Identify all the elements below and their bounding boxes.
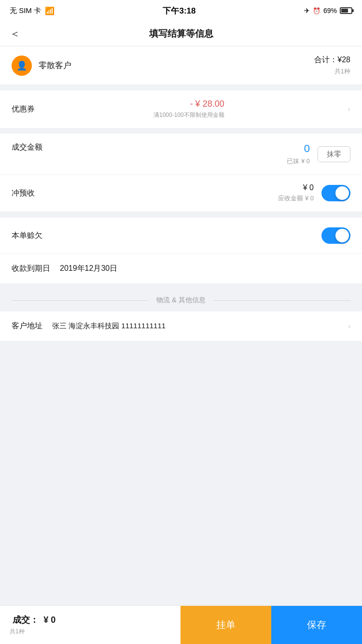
- debt-row: 本单赊欠: [0, 218, 362, 253]
- debt-label: 本单赊欠: [12, 231, 42, 241]
- bottom-info: 成交： ¥ 0 共1种: [0, 606, 181, 644]
- no-sim-text: 无 SIM 卡: [10, 6, 41, 15]
- customer-right: 合计：¥28 共1种: [314, 55, 350, 76]
- coupon-section: 优惠券 - ¥ 28.00 满1000-100不限制使用金额 ›: [0, 90, 362, 128]
- customer-total: 合计：¥28: [314, 55, 350, 65]
- debt-section: 本单赊欠 收款到期日 2019年12月30日: [0, 218, 362, 283]
- page-title: 填写结算等信息: [149, 28, 213, 40]
- customer-avatar: 👤: [12, 56, 32, 76]
- coupon-label: 优惠券: [12, 104, 35, 114]
- wifi-icon: 📶: [45, 6, 55, 15]
- battery-percent: 69%: [323, 7, 337, 14]
- due-date-value: 2019年12月30日: [60, 264, 117, 274]
- address-section: 客户地址 张三 海淀永丰科技园 11111111111 ›: [0, 311, 362, 341]
- bottom-deal-text: 成交：: [13, 615, 39, 625]
- deal-amount-col: 0 已抹 ¥ 0: [287, 142, 310, 166]
- bottom-count: 共1种: [10, 628, 171, 636]
- back-button[interactable]: ＜: [10, 27, 20, 41]
- debt-toggle[interactable]: [321, 227, 350, 244]
- logistics-header: 物流 & 其他信息: [0, 289, 362, 311]
- hang-button[interactable]: 挂单: [181, 606, 271, 644]
- coupon-right: - ¥ 28.00 满1000-100不限制使用金额: [153, 99, 224, 119]
- deal-amount-sub: 已抹 ¥ 0: [287, 157, 310, 166]
- prepay-label: 冲预收: [12, 188, 35, 198]
- address-value: 张三 海淀永丰科技园 11111111111: [52, 322, 343, 331]
- location-icon: ✈: [304, 7, 310, 14]
- status-left: 无 SIM 卡 📶: [10, 6, 55, 15]
- customer-left: 👤 零散客户: [12, 56, 71, 76]
- customer-name: 零散客户: [39, 60, 71, 71]
- bottom-deal-label: 成交： ¥ 0: [10, 614, 171, 626]
- save-button[interactable]: 保存: [271, 606, 362, 644]
- bottom-bar: 成交： ¥ 0 共1种 挂单 保存: [0, 605, 362, 644]
- prepay-value: ¥ 0: [278, 183, 314, 192]
- alarm-icon: ⏰: [313, 7, 320, 14]
- prepay-sub: 应收金额 ¥ 0: [278, 194, 314, 203]
- address-chevron-icon: ›: [348, 322, 350, 331]
- status-bar: 无 SIM 卡 📶 下午3:18 ✈ ⏰ 69%: [0, 0, 362, 21]
- prepay-right: ¥ 0 应收金额 ¥ 0: [278, 183, 350, 203]
- address-row[interactable]: 客户地址 张三 海淀永丰科技园 11111111111 ›: [0, 311, 362, 341]
- deal-amount-right: 0 已抹 ¥ 0 抹零: [287, 142, 350, 166]
- customer-section: 👤 零散客户 合计：¥28 共1种: [0, 46, 362, 84]
- round-button[interactable]: 抹零: [318, 146, 350, 162]
- debt-toggle-knob: [335, 229, 349, 242]
- prepay-toggle[interactable]: [321, 185, 350, 201]
- coupon-row[interactable]: 优惠券 - ¥ 28.00 满1000-100不限制使用金额 ›: [0, 90, 362, 128]
- deal-amount-row: 成交金额 0 已抹 ¥ 0 抹零: [0, 134, 362, 175]
- status-right: ✈ ⏰ 69%: [304, 7, 352, 14]
- prepay-value-col: ¥ 0 应收金额 ¥ 0: [278, 183, 314, 203]
- due-date-row: 收款到期日 2019年12月30日: [0, 253, 362, 283]
- bottom-deal-value: ¥ 0: [43, 615, 56, 625]
- deal-amount-value: 0: [287, 142, 310, 155]
- status-time: 下午3:18: [163, 5, 195, 16]
- avatar-icon: 👤: [16, 60, 27, 71]
- coupon-desc: 满1000-100不限制使用金额: [153, 111, 224, 119]
- coupon-value: - ¥ 28.00: [153, 99, 224, 109]
- due-date-label: 收款到期日: [12, 264, 50, 274]
- deal-section: 成交金额 0 已抹 ¥ 0 抹零 冲预收 ¥ 0 应收金额 ¥ 0: [0, 134, 362, 212]
- deal-amount-label: 成交金额: [12, 142, 42, 153]
- battery-icon: [340, 7, 352, 14]
- toggle-knob: [335, 186, 349, 200]
- customer-count: 共1种: [314, 67, 350, 76]
- coupon-chevron-icon: ›: [348, 105, 350, 113]
- address-label: 客户地址: [12, 321, 42, 331]
- logistics-title: 物流 & 其他信息: [149, 296, 213, 305]
- nav-bar: ＜ 填写结算等信息: [0, 21, 362, 46]
- content-area: 👤 零散客户 合计：¥28 共1种 优惠券 - ¥ 28.00 满1000-10…: [0, 46, 362, 390]
- prepay-row: 冲预收 ¥ 0 应收金额 ¥ 0: [0, 175, 362, 212]
